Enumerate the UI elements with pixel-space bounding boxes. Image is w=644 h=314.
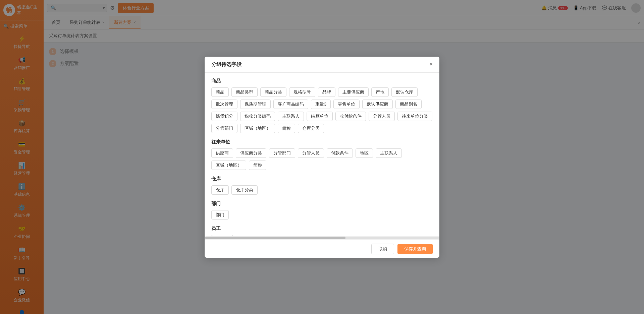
- dialog-close-button[interactable]: ×: [430, 61, 433, 67]
- field-tag-product-5[interactable]: 主要供应商: [338, 87, 369, 97]
- field-tag-warehouse-0[interactable]: 仓库: [211, 185, 229, 195]
- dialog-scrollbar-bottom: [205, 236, 439, 240]
- field-tag-counterpart-1[interactable]: 供应商分类: [236, 148, 266, 158]
- dialog-body: 商品商品商品类型商品分类规格型号品牌主要供应商产地默认仓库批次管理保质期管理客户…: [205, 73, 439, 236]
- field-tag-product-23[interactable]: 区域（地区）: [240, 124, 275, 133]
- tag-grid-counterpart: 供应商供应商分类分管部门分管人员付款条件地区主联系人区域（地区）简称: [211, 148, 433, 170]
- horizontal-scrollbar-thumb[interactable]: [205, 237, 345, 239]
- field-tag-product-2[interactable]: 商品分类: [260, 87, 286, 97]
- field-tag-product-21[interactable]: 往来单位分类: [397, 112, 432, 121]
- field-tag-product-20[interactable]: 分管人员: [369, 112, 395, 121]
- section-title-employee: 员工: [211, 226, 433, 232]
- dialog-footer: 取消 保存并查询: [205, 240, 439, 258]
- field-tag-counterpart-2[interactable]: 分管部门: [269, 148, 295, 158]
- field-tag-product-18[interactable]: 结算单位: [307, 112, 333, 121]
- cancel-button[interactable]: 取消: [371, 244, 394, 254]
- field-tag-product-4[interactable]: 品牌: [318, 87, 335, 97]
- field-tag-counterpart-8[interactable]: 简称: [249, 161, 266, 170]
- tag-grid-department: 部门: [211, 210, 433, 219]
- dialog: 分组待选字段 × 商品商品商品类型商品分类规格型号品牌主要供应商产地默认仓库批次…: [205, 57, 439, 258]
- field-tag-product-14[interactable]: 商品别名: [395, 100, 422, 109]
- tag-grid-product: 商品商品类型商品分类规格型号品牌主要供应商产地默认仓库批次管理保质期管理客户商品…: [211, 87, 433, 133]
- dialog-title: 分组待选字段: [211, 61, 241, 68]
- field-tag-counterpart-6[interactable]: 主联系人: [376, 148, 402, 158]
- section-counterpart: 往来单位供应商供应商分类分管部门分管人员付款条件地区主联系人区域（地区）简称: [211, 139, 433, 170]
- section-product: 商品商品商品类型商品分类规格型号品牌主要供应商产地默认仓库批次管理保质期管理客户…: [211, 78, 433, 133]
- field-tag-product-24[interactable]: 简称: [278, 124, 295, 133]
- field-tag-warehouse-1[interactable]: 仓库分类: [231, 185, 258, 195]
- field-tag-product-13[interactable]: 默认供应商: [362, 100, 393, 109]
- field-tag-product-25[interactable]: 仓库分类: [298, 124, 324, 133]
- section-title-counterpart: 往来单位: [211, 139, 433, 145]
- field-tag-product-10[interactable]: 客户商品编码: [273, 100, 308, 109]
- field-tag-product-0[interactable]: 商品: [211, 87, 229, 97]
- section-title-department: 部门: [211, 201, 433, 207]
- field-tag-counterpart-5[interactable]: 地区: [356, 148, 373, 158]
- field-tag-product-22[interactable]: 分管部门: [211, 124, 237, 133]
- field-tag-product-12[interactable]: 零售单位: [333, 100, 360, 109]
- field-tag-product-1[interactable]: 商品类型: [231, 87, 258, 97]
- section-employee: 员工业务员: [211, 226, 433, 236]
- field-tag-product-11[interactable]: 重量3: [311, 100, 331, 109]
- field-tag-product-6[interactable]: 产地: [371, 87, 389, 97]
- field-tag-product-19[interactable]: 收付款条件: [335, 112, 366, 121]
- field-tag-product-3[interactable]: 规格型号: [289, 87, 315, 97]
- field-tag-product-7[interactable]: 默认仓库: [391, 87, 418, 97]
- horizontal-scrollbar-track: [205, 237, 439, 239]
- section-title-warehouse: 仓库: [211, 176, 433, 182]
- field-tag-counterpart-7[interactable]: 区域（地区）: [211, 161, 246, 170]
- section-title-product: 商品: [211, 78, 433, 84]
- field-tag-counterpart-0[interactable]: 供应商: [211, 148, 233, 158]
- field-tag-product-15[interactable]: 拣货积分: [211, 112, 237, 121]
- save-button[interactable]: 保存并查询: [397, 244, 433, 254]
- field-tag-product-8[interactable]: 批次管理: [211, 100, 237, 109]
- field-tag-department-0[interactable]: 部门: [211, 210, 229, 219]
- section-department: 部门部门: [211, 201, 433, 219]
- field-tag-counterpart-3[interactable]: 分管人员: [298, 148, 324, 158]
- dialog-header: 分组待选字段 ×: [205, 57, 439, 73]
- field-tag-product-17[interactable]: 主联系人: [278, 112, 304, 121]
- section-warehouse: 仓库仓库仓库分类: [211, 176, 433, 195]
- tag-grid-warehouse: 仓库仓库分类: [211, 185, 433, 195]
- field-tag-product-9[interactable]: 保质期管理: [240, 100, 271, 109]
- field-tag-product-16[interactable]: 税收分类编码: [240, 112, 275, 121]
- field-tag-counterpart-4[interactable]: 付款条件: [327, 148, 353, 158]
